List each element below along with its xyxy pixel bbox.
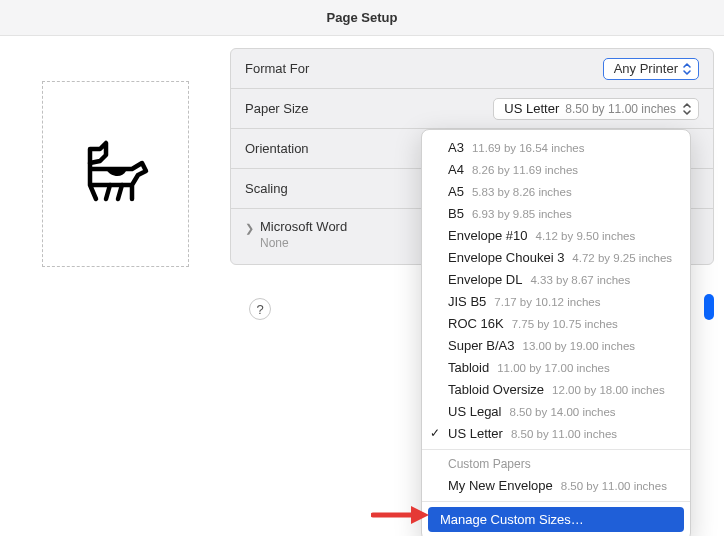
menu-item-dim: 12.00 by 18.00 inches [552,384,665,396]
paper-size-value: US Letter [504,101,559,116]
menu-item-dim: 8.50 by 11.00 inches [561,480,667,492]
app-disclosure-text: Microsoft Word None [260,219,347,250]
document-preview [42,81,189,267]
menu-item-a5[interactable]: A55.83 by 8.26 inches [422,180,690,202]
menu-item-a4[interactable]: A48.26 by 11.69 inches [422,158,690,180]
updown-icon [682,102,692,116]
menu-section-custom: Custom Papers [422,455,690,474]
format-for-label: Format For [245,61,603,76]
menu-item-dim: 11.69 by 16.54 inches [472,142,585,154]
menu-item-dim: 6.93 by 9.85 inches [472,208,572,220]
menu-item-name: A4 [448,162,464,177]
menu-item-tabloid[interactable]: Tabloid11.00 by 17.00 inches [422,356,690,378]
menu-item-my-new-envelope[interactable]: My New Envelope8.50 by 11.00 inches [422,474,690,496]
paper-size-menu[interactable]: A311.69 by 16.54 inchesA48.26 by 11.69 i… [421,129,691,536]
menu-item-name: US Legal [448,404,501,419]
help-button[interactable]: ? [249,298,271,320]
menu-item-dim: 4.72 by 9.25 inches [572,252,672,264]
menu-item-name: My New Envelope [448,478,553,493]
menu-divider [422,501,690,502]
format-for-dropdown[interactable]: Any Printer [603,58,699,80]
menu-item-us-letter[interactable]: US Letter8.50 by 11.00 inches [422,422,690,444]
menu-item-jis-b5[interactable]: JIS B57.17 by 10.12 inches [422,290,690,312]
menu-item-dim: 8.50 by 11.00 inches [511,428,617,440]
menu-item-b5[interactable]: B56.93 by 9.85 inches [422,202,690,224]
menu-item-dim: 4.12 by 9.50 inches [536,230,636,242]
menu-item-a3[interactable]: A311.69 by 16.54 inches [422,136,690,158]
menu-item-name: B5 [448,206,464,221]
paper-size-row: Paper Size US Letter 8.50 by 11.00 inche… [231,89,713,129]
updown-icon [682,62,692,76]
menu-item-name: Tabloid [448,360,489,375]
menu-item-roc-16k[interactable]: ROC 16K7.75 by 10.75 inches [422,312,690,334]
menu-item-name: A5 [448,184,464,199]
paper-size-dropdown[interactable]: US Letter 8.50 by 11.00 inches [493,98,699,120]
paper-size-dimensions: 8.50 by 11.00 inches [565,102,676,116]
menu-item-dim: 8.50 by 14.00 inches [509,406,615,418]
preview-column [0,36,230,536]
format-for-value: Any Printer [614,61,678,76]
menu-item-dim: 5.83 by 8.26 inches [472,186,572,198]
menu-item-dim: 8.26 by 11.69 inches [472,164,578,176]
menu-item-name: US Letter [448,426,503,441]
menu-item-envelope-10[interactable]: Envelope #104.12 by 9.50 inches [422,224,690,246]
menu-item-name: Envelope Choukei 3 [448,250,564,265]
menu-item-envelope-choukei-3[interactable]: Envelope Choukei 34.72 by 9.25 inches [422,246,690,268]
menu-item-super-b-a3[interactable]: Super B/A313.00 by 19.00 inches [422,334,690,356]
menu-item-dim: 13.00 by 19.00 inches [523,340,636,352]
menu-item-tabloid-oversize[interactable]: Tabloid Oversize12.00 by 18.00 inches [422,378,690,400]
hidden-button-edge[interactable] [704,294,714,320]
menu-item-dim: 11.00 by 17.00 inches [497,362,610,374]
menu-item-us-legal[interactable]: US Legal8.50 by 14.00 inches [422,400,690,422]
chevron-right-icon: ❯ [245,222,254,235]
format-for-row: Format For Any Printer [231,49,713,89]
paper-size-label: Paper Size [245,101,493,116]
menu-item-name: A3 [448,140,464,155]
menu-item-name: Tabloid Oversize [448,382,544,397]
menu-item-dim: 7.17 by 10.12 inches [494,296,600,308]
titlebar: Page Setup [0,0,724,36]
annotation-arrow [371,503,431,527]
menu-item-dim: 7.75 by 10.75 inches [512,318,618,330]
manage-custom-sizes[interactable]: Manage Custom Sizes… [428,507,684,532]
menu-divider [422,449,690,450]
svg-marker-1 [411,506,429,524]
menu-item-dim: 4.33 by 8.67 inches [530,274,630,286]
menu-item-name: Envelope DL [448,272,522,287]
menu-item-name: Envelope #10 [448,228,528,243]
menu-item-name: ROC 16K [448,316,504,331]
dog-icon [76,139,154,209]
app-name: Microsoft Word [260,219,347,234]
app-sub: None [260,236,347,250]
menu-item-name: Super B/A3 [448,338,515,353]
window-title: Page Setup [327,10,398,25]
menu-item-envelope-dl[interactable]: Envelope DL4.33 by 8.67 inches [422,268,690,290]
help-icon: ? [256,302,263,317]
document-preview-inner [52,91,179,257]
menu-item-name: JIS B5 [448,294,486,309]
